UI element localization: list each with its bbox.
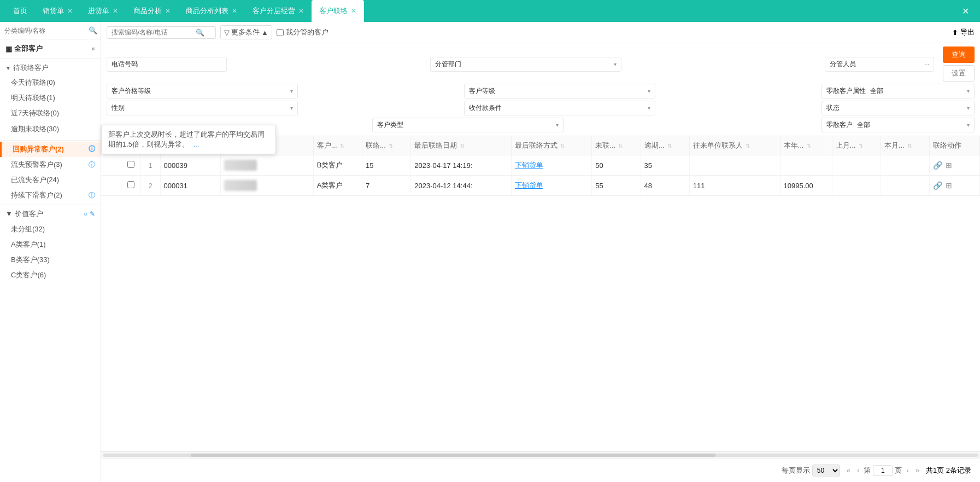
sidebar-item-overdue[interactable]: 逾期未联络(30) [0, 121, 101, 137]
sort-icon-date: ⇅ [460, 143, 465, 149]
row2-checkbox[interactable] [127, 181, 134, 188]
export-button[interactable]: ⬆ 导出 [952, 27, 975, 37]
sidebar-search-icon[interactable]: 🔍 [89, 26, 97, 34]
filter-zero-customer-field[interactable]: 零散客户 全部 ▾ [821, 118, 975, 132]
td-method-1[interactable]: 下销货单 [511, 155, 591, 176]
info-icon-repurchase[interactable]: ⓘ [89, 144, 95, 154]
nav-tab-analysis[interactable]: 商品分析 ✕ [126, 0, 178, 22]
col-actions: 联络动作 [930, 136, 980, 155]
sort-icon-method: ⇅ [560, 143, 565, 149]
filter-search-icon[interactable]: 🔍 [196, 28, 204, 37]
filter-gender-field[interactable]: 性别 ▾ [107, 101, 298, 115]
filter-search-input[interactable] [112, 28, 193, 36]
sort-icon-last-month: ⇅ [859, 143, 863, 149]
td-date-1: 2023-04-17 14:19: [411, 155, 512, 176]
scroll-track [103, 454, 978, 457]
horizontal-scrollbar[interactable] [101, 451, 980, 458]
nav-tab-purchase[interactable]: 进货单 ✕ [80, 0, 126, 22]
col-company-contacts[interactable]: 往来单位联系人 ⇅ [689, 136, 780, 155]
filter-payment-field[interactable]: 收付款条件 ▾ [464, 101, 655, 115]
td-this-month-2 [881, 176, 929, 196]
info-icon-declining[interactable]: ⓘ [89, 191, 95, 200]
nav-tab-analysis-list[interactable]: 商品分析列表 ✕ [178, 0, 245, 22]
nav-tab-analysis-close[interactable]: ✕ [165, 7, 171, 15]
row1-checkbox[interactable] [127, 161, 134, 168]
query-button[interactable]: 查询 [943, 47, 975, 63]
page-input[interactable] [873, 465, 893, 476]
td-checkbox-2[interactable] [121, 176, 140, 196]
sidebar-item-tomorrow[interactable]: 明天待联络(1) [0, 90, 101, 106]
waiting-contact-group[interactable]: ▼ 待联络客户 [0, 61, 101, 75]
col-this-year[interactable]: 本年... ⇅ [780, 136, 832, 155]
per-page-select[interactable]: 50 100 200 [812, 464, 840, 477]
filter-phone-field[interactable]: 电话号码 [107, 57, 227, 72]
contact-icon-1[interactable]: 🔗 [933, 161, 942, 170]
settings-icon-value[interactable]: ○ [84, 210, 87, 218]
sidebar-item-today[interactable]: 今天待联络(0) [0, 75, 101, 90]
next-page-button[interactable]: › [904, 465, 911, 475]
td-method-2[interactable]: 下销货单 [511, 176, 591, 196]
filter-customer-level-field[interactable]: 客户等级 ▾ [464, 84, 655, 98]
filter-status-field[interactable]: 状态 ▾ [821, 101, 975, 115]
col-last-contact-method[interactable]: 最后联络方式 ⇅ [511, 136, 591, 155]
value-customer-group[interactable]: ▼ 价值客户 ○ ✎ [0, 206, 101, 222]
sidebar-all-customers-header: ▦ 全部客户 « [0, 39, 101, 59]
filter-price-level-field[interactable]: 客户价格等级 ▾ [107, 84, 298, 98]
col-last-month[interactable]: 上月... ⇅ [832, 136, 881, 155]
filter-zero-attr-field[interactable]: 零散客户属性 全部 ▾ [821, 84, 975, 98]
col-uncontacted[interactable]: 未联... ⇅ [592, 136, 641, 155]
contact-icon-2[interactable]: 🔗 [933, 181, 942, 190]
sidebar-item-ungroup[interactable]: 未分组(32) [0, 222, 101, 237]
td-actions-2: 🔗 ⊞ [930, 176, 980, 196]
manager-more-icon[interactable]: ··· [924, 61, 929, 67]
prev-page-button[interactable]: ‹ [855, 465, 861, 475]
nav-tab-sales-close[interactable]: ✕ [67, 7, 73, 15]
my-customers-checkbox-label[interactable]: 我分管的客户 [277, 27, 328, 37]
menu-icon-1[interactable]: ⊞ [946, 161, 952, 170]
nav-tab-purchase-close[interactable]: ✕ [113, 7, 118, 15]
filter-dept-field[interactable]: 分管部门 ▾ [430, 57, 621, 72]
col-this-month[interactable]: 本月... ⇅ [881, 136, 929, 155]
nav-tab-customer-layer-close[interactable]: ✕ [298, 7, 304, 15]
nav-tab-home[interactable]: 首页 [5, 0, 35, 22]
col-overdue[interactable]: 逾期... ⇅ [641, 136, 689, 155]
filter-icon: ▽ [224, 28, 230, 37]
sidebar-item-declining[interactable]: 持续下滑客户(2) ⓘ [0, 188, 101, 203]
info-icon-churn[interactable]: ⓘ [89, 160, 95, 170]
scroll-thumb[interactable] [191, 454, 715, 457]
first-page-button[interactable]: « [844, 465, 853, 475]
edit-icon-value[interactable]: ✎ [90, 210, 95, 218]
settings-button[interactable]: 设置 [943, 65, 975, 82]
sidebar-item-repurchase-abnormal[interactable]: 回购异常客户(2) ⓘ [0, 142, 101, 157]
sidebar-item-a-class[interactable]: A类客户(1) [0, 237, 101, 252]
sidebar-item-7days[interactable]: 近7天待联络(0) [0, 106, 101, 121]
col-last-contact-date[interactable]: 最后联络日期 ⇅ [411, 136, 512, 155]
nav-tab-analysis-list-close[interactable]: ✕ [232, 7, 237, 15]
nav-tab-customer-contact-close[interactable]: ✕ [351, 7, 356, 15]
sidebar-collapse-button[interactable]: « [91, 45, 95, 53]
col-customer-type[interactable]: 客户... ⇅ [313, 136, 362, 155]
filter-phone-input[interactable] [140, 60, 222, 68]
waiting-contact-section: ▼ 待联络客户 今天待联络(0) 明天待联络(1) 近7天待联络(0) 逾期未联… [0, 59, 101, 139]
sidebar-item-churned[interactable]: 已流失客户(24) [0, 172, 101, 188]
nav-tab-sales[interactable]: 销货单 ✕ [35, 0, 80, 22]
sidebar-item-b-class[interactable]: B类客户(33) [0, 252, 101, 268]
sidebar-item-c-class[interactable]: C类客户(6) [0, 268, 101, 283]
tooltip-more-link[interactable]: ... [193, 140, 199, 148]
last-page-button[interactable]: » [913, 465, 922, 475]
td-checkbox-1[interactable] [121, 155, 140, 176]
sort-icon-contact: ⇅ [389, 143, 393, 149]
filter-zero-customer-value: 全部 [857, 120, 870, 130]
filter-manager-field[interactable]: 分管人员 ··· [825, 57, 934, 72]
sort-icon-company: ⇅ [746, 143, 750, 149]
menu-icon-2[interactable]: ⊞ [946, 181, 952, 190]
window-close-button[interactable]: ✕ [956, 6, 975, 16]
col-contact[interactable]: 联络... ⇅ [362, 136, 410, 155]
more-conditions-button[interactable]: ▽ 更多条件 ▲ [220, 25, 272, 39]
my-customers-checkbox[interactable] [277, 29, 284, 36]
nav-tab-customer-layer[interactable]: 客户分层经营 ✕ [245, 0, 312, 22]
nav-tab-customer-contact[interactable]: 客户联络 ✕ [312, 0, 364, 22]
filter-customer-type-field[interactable]: 客户类型 ▾ [372, 118, 564, 132]
sidebar-search-input[interactable] [4, 27, 86, 34]
sidebar-item-churn-warning[interactable]: 流失预警客户(3) ⓘ [0, 157, 101, 172]
